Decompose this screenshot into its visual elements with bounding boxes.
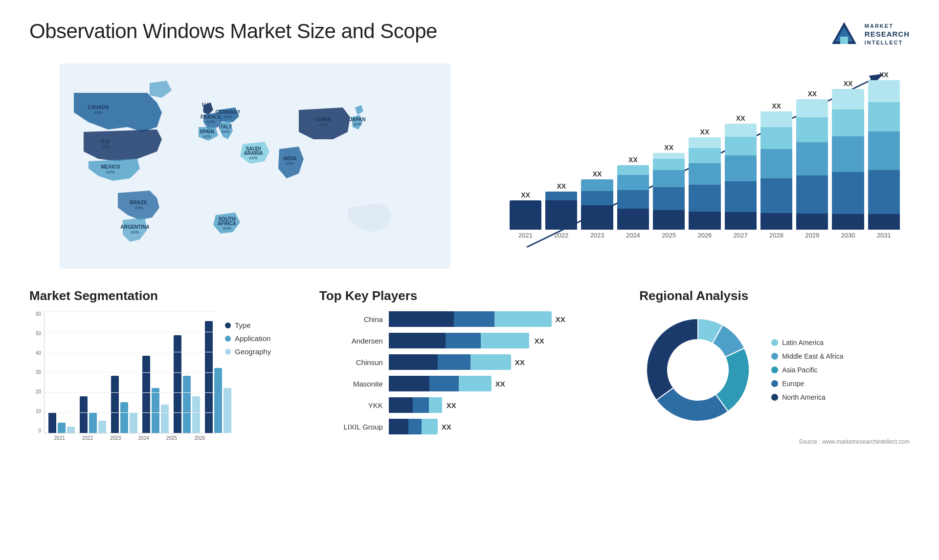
seg-legend-label: Geography (235, 347, 271, 356)
player-bar-segment (494, 311, 552, 327)
seg-bar (161, 405, 169, 433)
bar-segment (796, 99, 828, 117)
logo-line3: INTELLECT (865, 39, 910, 46)
seg-bar (98, 421, 106, 433)
bar-group-2021: XX (510, 191, 541, 230)
seg-y-label-20: 20 (36, 389, 41, 394)
svg-text:xx%: xx% (286, 161, 294, 166)
players-list: ChinaXXAndersenXXChinsunXXMasoniteXXYKKX… (319, 311, 620, 434)
player-bar-label: XX (447, 401, 456, 409)
svg-text:xx%: xx% (206, 119, 215, 124)
bar-segment (725, 212, 757, 230)
bar-group-2031: XX (868, 71, 900, 230)
player-bar-segment (481, 333, 529, 348)
bar-top-label-2029: XX (807, 90, 817, 98)
player-bar-segment (454, 311, 494, 327)
player-bar (389, 311, 552, 327)
bar-segment (725, 137, 757, 155)
seg-bar (183, 376, 191, 433)
bar-segment (796, 214, 828, 230)
bar-x-label-2030: 2030 (832, 232, 864, 239)
bar-x-label-2021: 2021 (510, 232, 541, 239)
seg-bar (111, 376, 119, 433)
player-bar-label: XX (442, 423, 451, 431)
bar-stack-2030 (832, 89, 864, 230)
bar-x-label-2025: 2025 (653, 232, 685, 239)
bar-segment (617, 209, 649, 230)
bar-group-2028: XX (760, 102, 792, 230)
bar-top-label-2025: XX (664, 144, 673, 151)
player-name: YKK (319, 401, 383, 409)
bar-segment (868, 170, 900, 214)
player-row: AndersenXX (319, 333, 620, 348)
seg-y-label-10: 10 (36, 409, 41, 414)
player-name: China (319, 315, 383, 323)
player-bar (389, 419, 438, 434)
seg-y-label-60: 60 (36, 311, 41, 317)
bar-segment (689, 137, 720, 148)
bar-top-label-2030: XX (844, 80, 853, 87)
bar-group-2026: XX (689, 128, 720, 230)
donut-chart (639, 311, 757, 429)
player-bar (389, 354, 511, 370)
svg-text:xx%: xx% (202, 134, 211, 139)
reg-legend-dot (771, 366, 778, 373)
player-bar-segment (422, 419, 438, 434)
reg-legend-dot (771, 394, 778, 401)
player-bar-segment (446, 333, 481, 348)
player-row: LIXIL GroupXX (319, 419, 620, 434)
player-bar-segment (408, 419, 422, 434)
svg-text:xx%: xx% (249, 155, 257, 160)
player-bar-wrap: XX (389, 397, 620, 413)
bar-segment (796, 175, 828, 214)
bar-x-label-2027: 2027 (725, 232, 757, 239)
reg-legend-item: Asia Pacific (771, 366, 843, 374)
bar-segment (689, 163, 720, 185)
bar-top-label-2022: XX (557, 182, 566, 190)
svg-text:xx%: xx% (223, 226, 231, 231)
seg-bar (142, 356, 150, 433)
players-title: Top Key Players (319, 288, 620, 303)
seg-x-label-2024: 2024 (132, 435, 155, 441)
reg-legend-label: Asia Pacific (782, 366, 817, 374)
seg-legend-item: Type (225, 321, 271, 329)
bar-segment (689, 185, 720, 212)
market-segmentation: Market Segmentation 60 50 40 30 20 10 0 (29, 288, 300, 445)
bar-group-2027: XX (725, 114, 757, 230)
seg-group-2024 (142, 356, 169, 433)
player-bar (389, 333, 531, 348)
bar-segment (653, 187, 685, 210)
seg-y-label-40: 40 (36, 350, 41, 356)
seg-legend-item: Application (225, 334, 271, 343)
logo-text: MARKET RESEARCH INTELLECT (865, 22, 910, 46)
player-row: ChinsunXX (319, 354, 620, 370)
bar-top-label-2021: XX (521, 191, 530, 199)
player-bar (389, 376, 492, 391)
bar-segment (725, 124, 757, 137)
seg-bar (214, 368, 222, 433)
svg-point-39 (669, 341, 727, 399)
svg-text:MEXICO: MEXICO (101, 164, 120, 170)
bar-group-2025: XX (653, 144, 685, 230)
bar-stack-2025 (653, 153, 685, 230)
svg-text:xx%: xx% (224, 114, 232, 119)
svg-text:xx%: xx% (101, 144, 110, 149)
player-bar-segment (429, 397, 442, 413)
player-row: YKKXX (319, 397, 620, 413)
seg-bar (67, 427, 75, 433)
source-text: Source : www.marketresearchintellect.com (639, 438, 910, 445)
player-bar-wrap: XX (389, 333, 620, 348)
regional-analysis: Regional Analysis Latin AmericaMiddle Ea… (639, 288, 910, 445)
bar-segment (760, 127, 792, 149)
regional-legend: Latin AmericaMiddle East & AfricaAsia Pa… (771, 339, 843, 401)
bar-stack-2029 (796, 99, 828, 230)
player-bar-segment (413, 397, 429, 413)
bar-segment (581, 191, 613, 205)
bar-x-label-2028: 2028 (760, 232, 792, 239)
bar-x-label-2031: 2031 (868, 232, 900, 239)
bar-segment (617, 190, 649, 209)
player-bar-segment (470, 354, 511, 370)
seg-bar (192, 396, 200, 433)
bar-segment (832, 136, 864, 172)
bar-top-label-2026: XX (700, 128, 710, 136)
